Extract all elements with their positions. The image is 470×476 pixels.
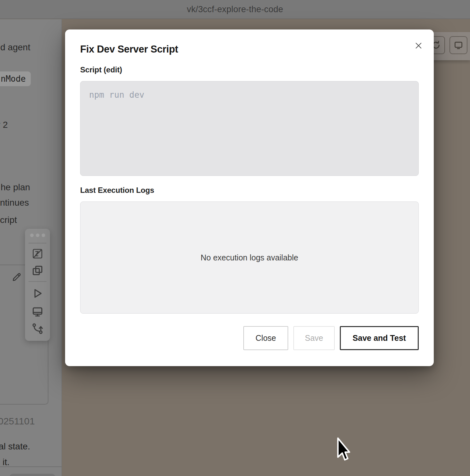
floating-tool-rail xyxy=(25,229,50,341)
execution-logs-panel: No execution logs available xyxy=(80,201,419,314)
rail-divider xyxy=(29,281,46,282)
logs-empty-message: No execution logs available xyxy=(201,253,298,262)
chat-text-fragment: al state. xyxy=(0,441,30,452)
app-root: vk/3ccf-explore-the-code d agent nMode y… xyxy=(0,0,470,476)
chat-text-fragment: he plan xyxy=(1,182,30,193)
script-field-label: Script (edit) xyxy=(80,65,122,74)
close-button[interactable]: Close xyxy=(243,326,288,350)
code-badge-label: nMode xyxy=(1,74,26,84)
pencil-icon[interactable] xyxy=(12,271,22,283)
save-and-test-button[interactable]: Save and Test xyxy=(340,326,419,350)
copy-icon[interactable] xyxy=(31,264,44,276)
drag-handle-dots[interactable] xyxy=(25,234,50,237)
git-branch-icon[interactable] xyxy=(31,323,44,335)
session-meta: 0251101 xyxy=(0,416,35,427)
save-button[interactable]: Save xyxy=(293,326,335,350)
rail-divider xyxy=(29,243,46,243)
mouse-cursor xyxy=(336,437,351,463)
monitor-icon[interactable] xyxy=(31,306,44,318)
window-titlebar: vk/3ccf-explore-the-code xyxy=(0,0,470,19)
session-title: vk/3ccf-explore-the-code xyxy=(187,4,283,14)
script-input[interactable] xyxy=(80,81,419,176)
chat-text-fragment: ntinues xyxy=(0,198,29,208)
dialog-title: Fix Dev Server Script xyxy=(80,44,178,55)
sidebar-bottom-divider xyxy=(0,466,62,467)
logs-section-label: Last Execution Logs xyxy=(80,186,154,195)
chat-text-fragment: y 2 xyxy=(0,120,8,130)
close-icon[interactable] xyxy=(411,38,425,53)
chat-sidebar: d agent nMode y 2 he plan ntinues cript xyxy=(0,19,62,476)
sidebar-bottom-button[interactable] xyxy=(10,474,55,476)
code-badge: nMode xyxy=(0,71,31,86)
chat-text-fragment: d agent xyxy=(0,42,30,53)
play-icon[interactable] xyxy=(31,287,44,300)
chat-text-fragment: cript xyxy=(0,215,17,225)
dialog-actions: Close Save Save and Test xyxy=(243,326,419,350)
fix-dev-server-dialog: Fix Dev Server Script Script (edit) Last… xyxy=(65,29,434,366)
logo-icon[interactable] xyxy=(32,248,43,259)
monitor-button[interactable] xyxy=(449,36,467,54)
chat-text-fragment: it. xyxy=(3,457,10,467)
